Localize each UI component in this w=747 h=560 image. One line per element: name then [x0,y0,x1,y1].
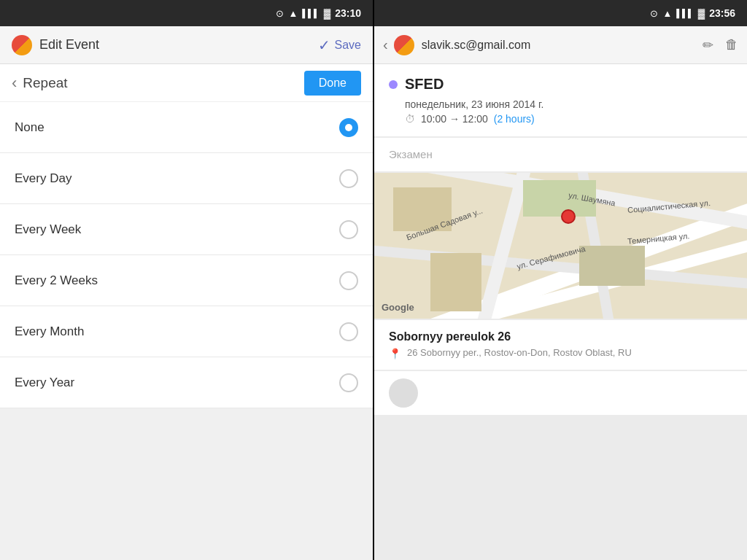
event-title-row: SFED [389,76,732,93]
event-time-row: ⏱ 10:00 → 12:00 (2 hours) [389,113,732,125]
right-wifi-icon: ▲ [662,8,672,19]
left-screen: ⊙ ▲ ▌▌▌ ▓ 23:10 Edit Event ✓ Save [0,0,373,560]
back-chevron-icon: ‹ [12,74,17,93]
event-notes-card: Экзамен [374,138,747,171]
delete-icon[interactable]: 🗑 [725,37,738,52]
repeat-option-none-label: None [15,120,44,135]
repeat-option-every-day[interactable]: Every Day [0,153,373,204]
right-clock-icon: ⊙ [650,8,658,19]
battery-icon: ▓ [324,8,330,19]
event-title: SFED [405,76,444,93]
right-status-icons: ⊙ ▲ ▌▌▌ ▓ 23:56 [650,7,735,19]
repeat-option-every-year-label: Every Year [15,376,74,390]
event-notes-text: Экзамен [389,148,433,160]
left-status-bar: ⊙ ▲ ▌▌▌ ▓ 23:10 [0,0,373,26]
map-container[interactable]: Большая Садовая у... ул. Шаумяна ул. Сер… [374,173,747,319]
map-pin [561,209,576,224]
bottom-card [374,371,747,415]
clock-status-icon: ⊙ [276,8,284,19]
location-title: Sobornyy pereulok 26 [389,330,732,343]
edit-event-title: Edit Event [39,37,318,52]
radio-every-2-weeks [339,271,358,290]
location-address: 26 Sobornyy per., Rostov-on-Don, Rostov … [407,346,632,359]
time-clock-icon: ⏱ [405,113,415,125]
right-top-bar: ‹ slavik.sc@gmail.com ✏ 🗑 [374,26,747,64]
checkmark-icon: ✓ [318,36,330,54]
right-app-logo [394,35,414,55]
radio-every-month [339,322,358,341]
repeat-option-every-day-label: Every Day [15,171,71,186]
event-duration: (2 hours) [494,113,535,125]
map-background: Большая Садовая у... ул. Шаумяна ул. Сер… [374,173,747,319]
account-email: slavik.sc@gmail.com [422,39,703,52]
signal-icon: ▌▌▌ [302,9,319,18]
right-battery-icon: ▓ [698,8,705,19]
repeat-option-every-month-label: Every Month [15,324,84,339]
repeat-options-list: None Every Day Every Week Every 2 Weeks [0,102,373,560]
event-time: 10:00 → 12:00 (2 hours) [421,113,535,125]
repeat-done-button[interactable]: Done [304,71,361,96]
app-logo [12,35,32,55]
map-block-4 [579,246,645,286]
right-status-bar: ⊙ ▲ ▌▌▌ ▓ 23:56 [374,0,747,26]
repeat-option-every-year[interactable]: Every Year [0,357,373,408]
repeat-option-every-month[interactable]: Every Month [0,306,373,357]
google-logo: Google [382,302,414,313]
event-card: SFED понедельник, 23 июня 2014 г. ⏱ 10:0… [374,64,747,136]
save-label: Save [335,39,361,52]
right-screen: ⊙ ▲ ▌▌▌ ▓ 23:56 ‹ slavik.sc@gmail.com ✏ … [374,0,747,560]
location-card: Sobornyy pereulok 26 📍 26 Sobornyy per.,… [374,320,747,370]
repeat-title: Repeat [23,75,67,91]
event-dot [389,80,398,89]
repeat-back-button[interactable]: ‹ Repeat [12,74,68,93]
radio-every-week [339,220,358,239]
repeat-option-every-week-label: Every Week [15,222,81,237]
repeat-option-every-2-weeks-label: Every 2 Weeks [15,273,98,288]
edit-icon[interactable]: ✏ [703,37,713,53]
wifi-icon: ▲ [288,8,298,19]
edit-event-bar: Edit Event ✓ Save [0,26,373,64]
repeat-header: ‹ Repeat Done [0,64,373,102]
radio-none [339,118,358,137]
repeat-option-every-2-weeks[interactable]: Every 2 Weeks [0,255,373,306]
left-time: 23:10 [335,7,361,19]
radio-every-year [339,373,358,392]
map-block-3 [430,253,481,311]
repeat-option-every-week[interactable]: Every Week [0,204,373,255]
save-button[interactable]: ✓ Save [318,36,361,54]
repeat-panel: ‹ Repeat Done None Every Day [0,64,373,560]
avatar [389,378,418,408]
event-date: понедельник, 23 июня 2014 г. [389,98,732,110]
right-time: 23:56 [709,7,735,19]
map-pin-circle [561,209,576,224]
location-address-row: 📍 26 Sobornyy per., Rostov-on-Don, Rosto… [389,346,732,359]
radio-every-day [339,169,358,188]
repeat-option-none[interactable]: None [0,102,373,153]
right-signal-icon: ▌▌▌ [676,9,693,18]
back-arrow-icon[interactable]: ‹ [383,36,388,53]
right-content: SFED понедельник, 23 июня 2014 г. ⏱ 10:0… [374,64,747,560]
location-pin-icon: 📍 [389,348,401,359]
right-action-icons: ✏ 🗑 [703,37,738,53]
left-status-icons: ⊙ ▲ ▌▌▌ ▓ 23:10 [276,7,361,19]
